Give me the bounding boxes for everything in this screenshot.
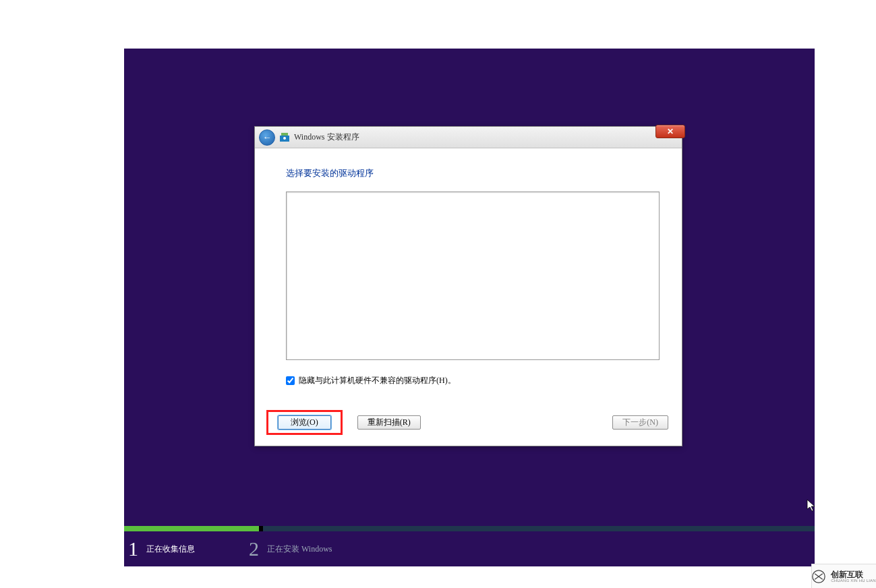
step-1: 1 正在收集信息 bbox=[128, 539, 195, 559]
close-button[interactable]: ✕ bbox=[655, 125, 685, 138]
step-1-label: 正在收集信息 bbox=[146, 543, 195, 555]
virtual-screen: ← Windows 安装程序 ✕ 选择要安装的驱动程序 隐藏与此计算 bbox=[124, 49, 815, 566]
step-2: 2 正在安装 Windows bbox=[249, 539, 332, 559]
installer-desktop: ← Windows 安装程序 ✕ 选择要安装的驱动程序 隐藏与此计算 bbox=[124, 49, 815, 526]
progress-step2-segment bbox=[263, 526, 815, 531]
hide-incompatible-checkbox[interactable] bbox=[286, 376, 295, 385]
dialog-title: Windows 安装程序 bbox=[294, 131, 359, 143]
page-background: ← Windows 安装程序 ✕ 选择要安装的驱动程序 隐藏与此计算 bbox=[0, 0, 876, 588]
driver-listbox[interactable] bbox=[286, 192, 660, 360]
step-1-number: 1 bbox=[128, 539, 138, 559]
installer-dialog: ← Windows 安装程序 ✕ 选择要安装的驱动程序 隐藏与此计算 bbox=[254, 126, 682, 446]
windows-setup-icon bbox=[279, 132, 290, 143]
installer-steps-area: 1 正在收集信息 2 正在安装 Windows bbox=[124, 531, 815, 566]
step-2-label: 正在安装 Windows bbox=[267, 543, 332, 555]
watermark-badge: 创新互联 CHUANG XIN HU LIAN bbox=[811, 564, 876, 588]
close-icon: ✕ bbox=[667, 127, 674, 136]
hide-incompatible-label: 隐藏与此计算机硬件不兼容的驱动程序(H)。 bbox=[299, 375, 456, 386]
svg-rect-1 bbox=[281, 133, 288, 136]
back-button[interactable]: ← bbox=[259, 129, 275, 146]
watermark-title: 创新互联 bbox=[831, 570, 876, 579]
browse-highlight-box: 浏览(O) bbox=[266, 410, 343, 435]
watermark-sub: CHUANG XIN HU LIAN bbox=[831, 579, 876, 583]
dialog-content: 选择要安装的驱动程序 隐藏与此计算机硬件不兼容的驱动程序(H)。 bbox=[255, 148, 682, 397]
dialog-titlebar: ← Windows 安装程序 ✕ bbox=[255, 127, 682, 148]
progress-step1-segment bbox=[124, 526, 259, 531]
arrow-left-icon: ← bbox=[263, 133, 272, 142]
rescan-button[interactable]: 重新扫描(R) bbox=[357, 415, 421, 430]
hide-incompatible-row[interactable]: 隐藏与此计算机硬件不兼容的驱动程序(H)。 bbox=[286, 375, 651, 386]
watermark-icon bbox=[812, 570, 825, 583]
dialog-button-row: 浏览(O) 重新扫描(R) 下一步(N) bbox=[255, 410, 682, 435]
browse-button[interactable]: 浏览(O) bbox=[278, 415, 331, 430]
step-2-number: 2 bbox=[249, 539, 259, 559]
svg-point-2 bbox=[283, 137, 286, 140]
next-button[interactable]: 下一步(N) bbox=[612, 415, 668, 430]
installer-progress-bar bbox=[124, 526, 815, 531]
dialog-heading: 选择要安装的驱动程序 bbox=[286, 167, 651, 179]
